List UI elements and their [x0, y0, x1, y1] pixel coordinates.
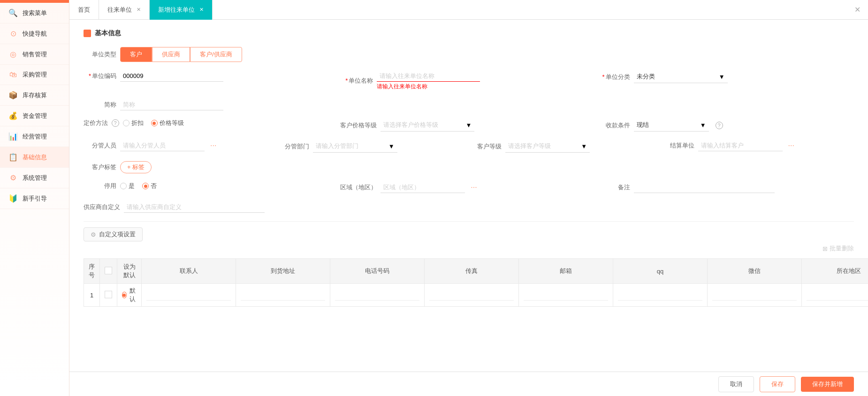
remarks-input[interactable] [634, 182, 775, 193]
purchase-icon: 🛍 [8, 70, 18, 79]
sidebar-item-operations[interactable]: 📊 经营管理 [0, 126, 69, 147]
sidebar-item-label: 基础信息 [23, 153, 47, 162]
required-star-name: * [345, 77, 348, 84]
radio-discount[interactable]: 折扣 [123, 119, 144, 127]
tab-bar-close[interactable]: ✕ [854, 5, 868, 14]
unit-code-group: *单位编码 [84, 70, 340, 82]
radio-discount-circle [123, 120, 129, 126]
payment-terms-value: 现结 [637, 121, 700, 129]
manager-more-icon[interactable]: ··· [210, 141, 216, 150]
sidebar-item-quick-nav[interactable]: ⊙ 快捷导航 [0, 23, 69, 44]
search-icon: 🔍 [8, 8, 18, 17]
sidebar-item-basic-info[interactable]: 📋 基础信息 [0, 147, 69, 168]
settlement-more-icon[interactable]: ··· [788, 141, 794, 150]
payment-terms-help-icon[interactable]: ? [716, 122, 723, 129]
row-fax[interactable] [425, 284, 519, 307]
row-default-radio[interactable]: 默认 [122, 287, 137, 303]
select-all-checkbox[interactable] [105, 267, 112, 274]
custom-settings-button[interactable]: ⚙ 自定义项设置 [84, 227, 143, 241]
row-wechat[interactable] [708, 284, 802, 307]
address-input[interactable] [241, 289, 325, 301]
chevron-down-icon: ▼ [719, 73, 725, 80]
row-contact[interactable] [142, 284, 236, 307]
pricing-method-label: 定价方法 ? [84, 119, 119, 127]
col-default: 设为默认 [117, 259, 142, 284]
sidebar-item-finance[interactable]: 💰 资金管理 [0, 106, 69, 126]
chevron-down-icon-clevel: ▼ [581, 143, 587, 150]
remarks-label: 备注 [597, 183, 630, 192]
sidebar-item-purchase[interactable]: 🛍 采购管理 [0, 65, 69, 85]
row-qq[interactable] [613, 284, 708, 307]
department-placeholder: 请输入分管部门 [316, 142, 388, 150]
row-location[interactable] [802, 284, 868, 307]
save-add-button[interactable]: 保存并新增 [801, 377, 854, 392]
radio-yes[interactable]: 是 [120, 182, 135, 190]
batch-delete-label[interactable]: 批量删除 [830, 244, 854, 253]
unit-name-input[interactable] [377, 70, 480, 82]
customer-price-level-select[interactable]: 请选择客户价格等级 ▼ [381, 119, 474, 132]
col-address: 到货地址 [236, 259, 330, 284]
payment-terms-select[interactable]: 现结 ▼ [634, 119, 709, 132]
sidebar-item-sales[interactable]: ◎ 销售管理 [0, 44, 69, 65]
row-email[interactable] [519, 284, 613, 307]
supplier-custom-input[interactable] [124, 202, 265, 213]
short-name-input[interactable] [120, 99, 223, 110]
tab-new-partner-close[interactable]: ✕ [199, 7, 204, 13]
section-icon [84, 30, 91, 37]
tab-home[interactable]: 首页 [69, 0, 99, 20]
sidebar-item-label: 搜索菜单 [23, 9, 47, 17]
contact-input[interactable] [146, 289, 231, 301]
tab-bar: 首页 往来单位 ✕ 新增往来单位 ✕ ✕ [69, 0, 868, 20]
short-name-group: 简称 [84, 99, 854, 110]
row-address[interactable] [236, 284, 330, 307]
department-group: 分管部门 请输入分管部门 ▼ [276, 140, 469, 153]
required-star-cat: * [602, 73, 605, 80]
tab-partners-close[interactable]: ✕ [137, 7, 141, 13]
department-select[interactable]: 请输入分管部门 ▼ [313, 140, 397, 153]
pricing-help-icon[interactable]: ? [112, 119, 119, 127]
unit-name-error: 请输入往来单位名称 [377, 83, 480, 91]
region-input[interactable] [381, 182, 465, 193]
tab-partners[interactable]: 往来单位 ✕ [99, 0, 150, 20]
sidebar-item-inventory[interactable]: 📦 库存核算 [0, 85, 69, 106]
phone-input[interactable] [335, 289, 419, 301]
manager-input[interactable] [120, 140, 205, 151]
basic-info-icon: 📋 [8, 153, 18, 162]
btn-supplier[interactable]: 供应商 [152, 47, 190, 62]
sidebar-item-label: 资金管理 [23, 112, 47, 120]
settlement-unit-input[interactable] [698, 140, 783, 151]
sidebar-item-beginner[interactable]: 🔰 新手引导 [0, 188, 69, 209]
radio-no[interactable]: 否 [142, 182, 157, 190]
unit-code-input[interactable] [120, 70, 223, 82]
wechat-input[interactable] [712, 289, 797, 301]
code-name-category-row: *单位编码 *单位名称 请输入往来单位名称 *单位分类 [84, 70, 854, 91]
manager-row: 分管人员 ··· 分管部门 请输入分管部门 ▼ 客户等级 请选择客户等级 ▼ [84, 140, 854, 153]
col-wechat: 微信 [708, 259, 802, 284]
department-label: 分管部门 [276, 142, 309, 151]
save-button[interactable]: 保存 [760, 376, 795, 392]
customer-level-select[interactable]: 请选择客户等级 ▼ [505, 140, 590, 153]
btn-both[interactable]: 客户/供应商 [190, 47, 242, 62]
col-fax: 传真 [425, 259, 519, 284]
row-phone[interactable] [330, 284, 425, 307]
unit-category-label: *单位分类 [597, 73, 630, 81]
add-tag-button[interactable]: + 标签 [120, 161, 152, 173]
sidebar-item-search[interactable]: 🔍 搜索菜单 [0, 3, 69, 23]
row-checkbox[interactable] [105, 291, 112, 298]
row-default: 默认 [117, 284, 142, 307]
radio-price-level[interactable]: 价格等级 [151, 119, 184, 127]
email-input[interactable] [524, 289, 608, 301]
system-icon: ⚙ [8, 173, 18, 182]
qq-input[interactable] [618, 289, 702, 301]
fax-input[interactable] [429, 289, 514, 301]
region-more-icon[interactable]: ··· [471, 183, 477, 192]
unit-category-select[interactable]: 未分类 ▼ [634, 70, 728, 83]
cancel-button[interactable]: 取消 [718, 376, 754, 392]
location-input[interactable] [807, 289, 868, 301]
main-area: 首页 往来单位 ✕ 新增往来单位 ✕ ✕ 基本信息 单位类型 客户 供应商 客户… [69, 0, 868, 396]
tab-new-partner[interactable]: 新增往来单位 ✕ [150, 0, 213, 20]
sidebar-item-system[interactable]: ⚙ 系统管理 [0, 168, 69, 188]
region-label: 区域（地区） [340, 183, 377, 192]
sidebar-item-label: 采购管理 [23, 70, 47, 79]
btn-customer[interactable]: 客户 [120, 47, 152, 62]
